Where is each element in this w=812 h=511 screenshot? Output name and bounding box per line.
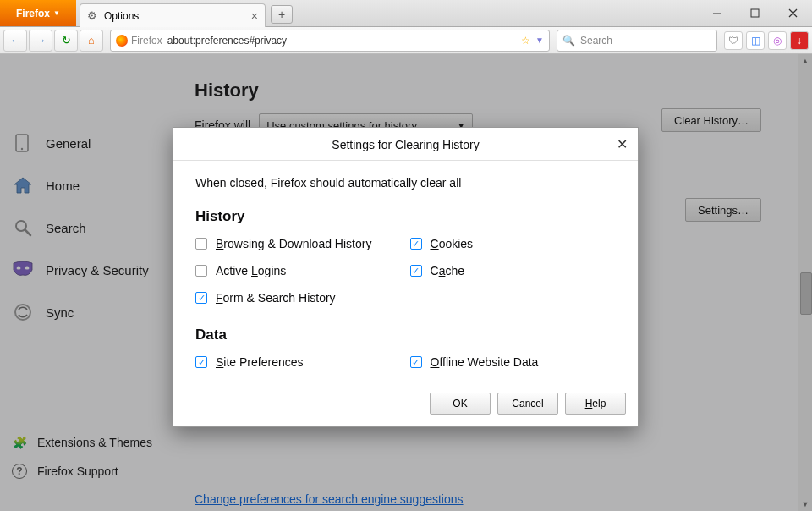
window-maximize-button[interactable] — [736, 0, 774, 27]
clear-history-settings-dialog: Settings for Clearing History ✕ When clo… — [173, 127, 639, 427]
checkbox-active-logins[interactable]: Active Logins — [195, 264, 402, 277]
checkbox-offline-website-data[interactable]: ✓ Offline Website Data — [410, 355, 617, 369]
checkbox-site-preferences[interactable]: ✓ Site Preferences — [195, 355, 402, 369]
dialog-data-heading: Data — [195, 327, 616, 343]
dialog-help-button[interactable]: Help — [565, 393, 626, 415]
urlbar-dropdown-icon[interactable]: ▼ — [535, 36, 544, 45]
dialog-cancel-button[interactable]: Cancel — [497, 393, 558, 415]
search-icon: 🔍 — [562, 35, 575, 47]
window-minimize-button[interactable] — [698, 0, 736, 27]
gear-icon: ⚙ — [87, 9, 97, 22]
url-bar[interactable]: Firefox about:preferences#privacy ☆ ▼ — [110, 30, 550, 52]
window-titlebar: Firefox▼ ⚙ Options × + — [0, 0, 812, 27]
dialog-intro: When closed, Firefox should automaticall… — [195, 176, 616, 190]
search-placeholder: Search — [580, 35, 612, 47]
dialog-header: Settings for Clearing History ✕ — [173, 128, 638, 161]
firefox-app-menu-button[interactable]: Firefox▼ — [0, 0, 76, 26]
tab-close-button[interactable]: × — [251, 9, 258, 23]
svg-rect-1 — [751, 9, 759, 17]
new-tab-button[interactable]: + — [271, 5, 293, 24]
back-button[interactable]: ← — [3, 30, 27, 52]
tab-title: Options — [104, 10, 139, 22]
search-bar[interactable]: 🔍 Search — [557, 30, 717, 52]
dialog-footer: OK Cancel Help — [173, 384, 638, 426]
bookmark-star-icon[interactable]: ☆ — [521, 35, 530, 47]
window-close-button[interactable] — [774, 0, 812, 27]
checkbox-icon: ✓ — [410, 356, 422, 368]
site-identity: Firefox — [116, 35, 162, 47]
checkbox-icon — [195, 238, 207, 250]
caret-down-icon: ▼ — [53, 9, 60, 17]
library-icon[interactable]: ◫ — [746, 31, 765, 50]
download-icon[interactable]: ↓ — [790, 31, 809, 50]
dialog-ok-button[interactable]: OK — [430, 393, 491, 415]
checkbox-icon: ✓ — [195, 292, 207, 304]
dialog-close-button[interactable]: ✕ — [617, 136, 628, 152]
forward-button[interactable]: → — [29, 30, 52, 52]
checkbox-cache[interactable]: ✓ Cache — [410, 264, 617, 277]
dialog-title: Settings for Clearing History — [332, 138, 479, 151]
navigation-toolbar: ← → ↻ ⌂ Firefox about:preferences#privac… — [0, 27, 812, 54]
window-controls — [698, 0, 812, 26]
reload-button[interactable]: ↻ — [54, 30, 78, 52]
firefox-icon — [116, 35, 128, 47]
extension-icon[interactable]: ◎ — [768, 31, 787, 50]
checkbox-icon: ✓ — [410, 265, 422, 277]
checkbox-icon — [195, 265, 207, 277]
url-text: about:preferences#privacy — [167, 35, 287, 47]
checkbox-form-search-history[interactable]: ✓ Form & Search History — [195, 291, 402, 305]
checkbox-cookies[interactable]: ✓ Cookies — [410, 237, 617, 250]
browser-tab[interactable]: ⚙ Options × — [80, 3, 266, 27]
dialog-history-heading: History — [195, 208, 616, 225]
checkbox-icon: ✓ — [195, 356, 207, 368]
checkbox-icon: ✓ — [410, 238, 422, 250]
ublock-icon[interactable]: 🛡 — [724, 31, 743, 50]
home-button[interactable]: ⌂ — [80, 30, 103, 52]
checkbox-browsing-history[interactable]: Browsing & Download History — [195, 237, 402, 250]
